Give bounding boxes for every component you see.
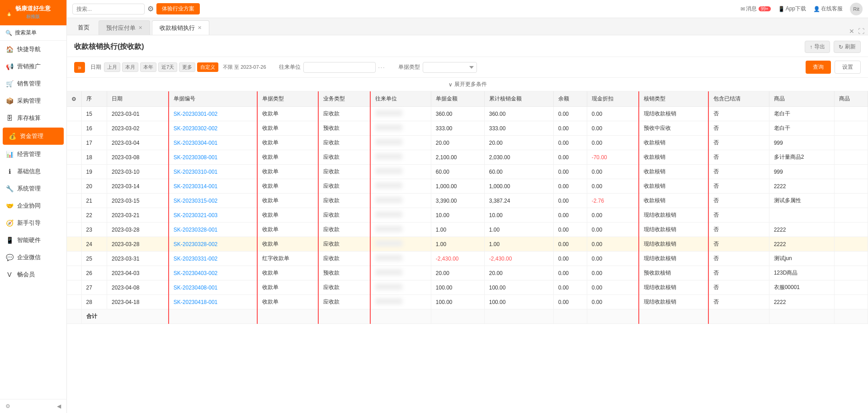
- table-row[interactable]: 24 2023-03-28 SK-20230328-002 收款单 应收款 1.…: [67, 237, 868, 252]
- voucher-no-link[interactable]: SK-20230408-001: [174, 285, 217, 291]
- row-expand[interactable]: [67, 252, 81, 266]
- tabs-actions: ✕ ⛶: [849, 28, 868, 35]
- online-support-item[interactable]: 👤 在线客服: [813, 5, 843, 13]
- sidebar-item-wechat[interactable]: 💬企业微信: [0, 249, 66, 266]
- voucher-no-link[interactable]: SK-20230315-002: [174, 198, 217, 204]
- row-expand[interactable]: [67, 223, 81, 237]
- date-last-7-days[interactable]: 近7天: [158, 62, 177, 72]
- row-expand[interactable]: [67, 295, 81, 309]
- voucher-no-link[interactable]: SK-20230314-001: [174, 183, 217, 190]
- voucher-no-link[interactable]: SK-20230418-001: [174, 299, 217, 305]
- voucher-no-link[interactable]: SK-20230301-002: [174, 111, 217, 117]
- topbar-settings-icon[interactable]: ⚙: [147, 5, 154, 13]
- sidebar-item-shortcuts[interactable]: 🏠快捷导航: [0, 41, 66, 58]
- setting-button[interactable]: 设置: [835, 61, 861, 74]
- export-button[interactable]: ↑ 导出: [805, 41, 830, 53]
- topbar-search-input[interactable]: [72, 4, 145, 14]
- sidebar-item-sales[interactable]: 🛒销售管理: [0, 75, 66, 92]
- refresh-button[interactable]: ↻ 刷新: [834, 41, 861, 53]
- date-last-month[interactable]: 上月: [104, 62, 120, 72]
- sidebar-item-label-finance: 资金管理: [20, 132, 43, 140]
- row-biz-type: 应收款: [318, 136, 370, 150]
- app-download-item[interactable]: 📱 App下载: [778, 5, 806, 13]
- row-expand[interactable]: [67, 194, 81, 208]
- table-row[interactable]: 28 2023-04-18 SK-20230418-001 收款单 应收款 10…: [67, 295, 868, 309]
- prepay-tab-close[interactable]: ✕: [138, 25, 142, 31]
- user-avatar[interactable]: Rit: [850, 3, 863, 15]
- table-row[interactable]: 21 2023-03-15 SK-20230315-002 收款单 应收款 3,…: [67, 194, 868, 208]
- row-write-off-type: 现结收款核销: [639, 252, 709, 266]
- row-expand[interactable]: [67, 107, 81, 121]
- sidebar-item-hardware[interactable]: 📱智能硬件: [0, 232, 66, 249]
- collection-tab-close[interactable]: ✕: [198, 25, 202, 31]
- sidebar-item-guide[interactable]: 🧭新手引导: [0, 214, 66, 232]
- voucher-no-link[interactable]: SK-20230310-001: [174, 169, 217, 175]
- sidebar-item-inventory[interactable]: 🗄库存核算: [0, 109, 66, 127]
- counterparty-input[interactable]: [303, 62, 376, 73]
- table-row[interactable]: 25 2023-03-31 SK-20230331-002 红字收款单 应收款 …: [67, 252, 868, 266]
- voucher-no-link[interactable]: SK-20230328-001: [174, 227, 217, 233]
- voucher-no-link[interactable]: SK-20230308-001: [174, 154, 217, 161]
- expand-conditions-btn[interactable]: ∨ 展开更多条件: [448, 81, 487, 88]
- voucher-no-link[interactable]: SK-20230304-001: [174, 140, 217, 146]
- date-more[interactable]: 更多: [179, 62, 195, 72]
- row-expand[interactable]: [67, 179, 81, 194]
- table-row[interactable]: 19 2023-03-10 SK-20230310-001 收款单 应收款 60…: [67, 165, 868, 179]
- col-header-settings[interactable]: ⚙: [67, 91, 81, 107]
- messages-item[interactable]: ✉ 消息 99+: [741, 5, 771, 13]
- row-expand[interactable]: [67, 280, 81, 295]
- table-row[interactable]: 27 2023-04-08 SK-20230408-001 收款单 应收款 10…: [67, 280, 868, 295]
- row-voucher-no: SK-20230418-001: [169, 295, 257, 309]
- row-expand[interactable]: [67, 121, 81, 136]
- row-expand[interactable]: [67, 237, 81, 252]
- sidebar-item-finance[interactable]: 💰资金管理: [3, 128, 64, 145]
- table-row[interactable]: 17 2023-03-04 SK-20230304-001 收款单 应收款 20…: [67, 136, 868, 150]
- tab-collection[interactable]: 收款核销执行 ✕: [152, 20, 209, 35]
- tab-prepay[interactable]: 预付应付单 ✕: [99, 20, 150, 35]
- voucher-no-link[interactable]: SK-20230331-002: [174, 256, 217, 262]
- date-this-year[interactable]: 本年: [140, 62, 156, 72]
- online-support-label: 在线客服: [821, 5, 843, 13]
- table-row[interactable]: 15 2023-03-01 SK-20230301-002 收款单 应收款 36…: [67, 107, 868, 121]
- voucher-no-link[interactable]: SK-20230328-002: [174, 241, 217, 247]
- date-custom[interactable]: 自定义: [197, 62, 218, 72]
- voucher-type-select[interactable]: [423, 62, 477, 73]
- table-header-row: ⚙ 序 日期 单据编号 单据类型 业务类型 往来单位 单据金额 累计核销金额 余…: [67, 91, 868, 107]
- date-this-month[interactable]: 本月: [122, 62, 138, 72]
- table-row[interactable]: 18 2023-03-08 SK-20230308-001 收款单 应收款 2,…: [67, 150, 868, 165]
- voucher-no-link[interactable]: SK-20230302-002: [174, 125, 217, 132]
- query-button[interactable]: 查询: [806, 61, 831, 74]
- message-icon: ✉: [741, 6, 745, 12]
- sidebar-item-system[interactable]: 🔧系统管理: [0, 180, 66, 197]
- sidebar-item-operations[interactable]: 📊经营管理: [0, 146, 66, 163]
- collapse-icon[interactable]: ◀: [57, 403, 61, 409]
- table-row[interactable]: 26 2023-04-03 SK-20230403-002 收款单 预收款 20…: [67, 266, 868, 280]
- row-expand[interactable]: [67, 266, 81, 280]
- row-expand[interactable]: [67, 136, 81, 150]
- row-expand[interactable]: [67, 208, 81, 223]
- sidebar-item-search[interactable]: 🔍 搜索菜单: [0, 25, 66, 41]
- tab-home[interactable]: 首页: [71, 20, 97, 35]
- table-row[interactable]: 20 2023-03-14 SK-20230314-001 收款单 应收款 1,…: [67, 179, 868, 194]
- industry-solution-button[interactable]: 体验行业方案: [156, 3, 200, 14]
- voucher-no-link[interactable]: SK-20230321-003: [174, 212, 217, 218]
- sidebar-item-enterprise[interactable]: 🤝企业协同: [0, 197, 66, 214]
- row-balance: 0.00: [553, 194, 587, 208]
- row-expand[interactable]: [67, 165, 81, 179]
- sidebar-item-basics[interactable]: ℹ基础信息: [0, 163, 66, 180]
- sidebar-item-member[interactable]: V畅会员: [0, 266, 66, 283]
- sidebar-item-purchase[interactable]: 📦采购管理: [0, 92, 66, 109]
- table-row[interactable]: 23 2023-03-28 SK-20230328-001 收款单 应收款 1.…: [67, 223, 868, 237]
- voucher-no-link[interactable]: SK-20230403-002: [174, 270, 217, 276]
- sidebar-item-marketing[interactable]: 📢营销推广: [0, 58, 66, 75]
- settings-icon[interactable]: ⚙: [5, 403, 10, 409]
- tabs-close-all-icon[interactable]: ✕: [849, 28, 854, 35]
- table-row[interactable]: 16 2023-03-02 SK-20230302-002 收款单 预收款 33…: [67, 121, 868, 136]
- table-row[interactable]: 22 2023-03-21 SK-20230321-003 收款单 应收款 10…: [67, 208, 868, 223]
- row-amount: 20.00: [431, 266, 484, 280]
- row-expand[interactable]: [67, 150, 81, 165]
- filter-collapse-btn[interactable]: »: [74, 62, 85, 73]
- row-product2: [834, 237, 868, 252]
- counterparty-blurred: [375, 240, 402, 247]
- tabs-maximize-icon[interactable]: ⛶: [858, 28, 864, 35]
